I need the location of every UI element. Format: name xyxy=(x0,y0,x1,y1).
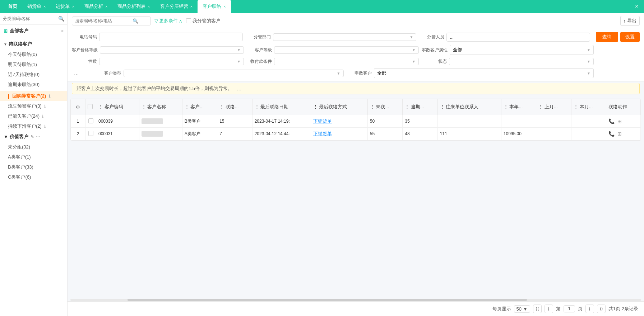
gender-select[interactable]: ▼ xyxy=(99,58,244,65)
row-checkbox[interactable] xyxy=(88,118,93,123)
table-row: 2 000031 A类客户 7 2023-04-12 14:44: 下销货单 5… xyxy=(71,128,641,140)
cell-check[interactable] xyxy=(85,128,96,140)
nav-product-analysis-list[interactable]: 商品分析列表 × xyxy=(112,0,155,13)
my-customer-checkbox[interactable]: 我分管的客户 xyxy=(186,18,221,24)
query-button[interactable]: 查询 xyxy=(596,32,618,42)
horizontal-scrollbar[interactable] xyxy=(68,298,644,301)
col-header-grade[interactable]: ⋮ 客户... xyxy=(182,99,217,115)
phone-input[interactable] xyxy=(99,33,243,41)
more-action-icon[interactable]: ⊞ xyxy=(617,131,622,137)
retail-customer-select[interactable]: 全部 ▼ xyxy=(374,68,594,78)
customer-grade-select[interactable]: ▼ xyxy=(274,46,419,54)
col-header-not-contact[interactable]: ⋮ 未联... xyxy=(367,99,403,115)
scrollbar-thumb[interactable] xyxy=(128,299,527,301)
more-action-icon[interactable]: ⊞ xyxy=(617,118,622,124)
info-icon: ℹ xyxy=(42,114,43,118)
page-number-input[interactable] xyxy=(564,305,575,312)
tooltip-more-dots[interactable]: ... xyxy=(235,85,244,92)
sidebar-item-today[interactable]: 今天待联络(0) xyxy=(0,49,67,60)
sidebar-item-overdue[interactable]: 逾期未联络(30) xyxy=(0,80,67,90)
nav-close-icon[interactable]: × xyxy=(190,4,193,9)
col-header-code[interactable]: ⋮ 客户编码 xyxy=(96,99,139,115)
settings-gear-icon[interactable]: ⚙ xyxy=(73,102,83,112)
customer-type-select[interactable]: ▼ xyxy=(124,70,344,77)
cell-contact: 7 xyxy=(217,128,252,140)
status-select[interactable]: ▼ xyxy=(449,58,594,65)
phone-action-icon[interactable]: 📞 xyxy=(608,131,615,137)
close-all-button[interactable]: × xyxy=(632,3,641,10)
sidebar-collapse-button[interactable]: « xyxy=(61,28,64,33)
payment-select[interactable]: ▼ xyxy=(274,58,419,65)
price-grade-select[interactable]: ▼ xyxy=(100,46,244,54)
sidebar-item-ungroup[interactable]: 未分组(32) xyxy=(0,142,67,152)
sidebar-item-repurchase-anomaly[interactable]: 回购异常客户(2) ℹ xyxy=(0,91,67,101)
export-button[interactable]: ↑ 导出 xyxy=(620,16,640,26)
more-dots-icon[interactable]: ... xyxy=(72,70,81,76)
edit-icon[interactable]: ✎ xyxy=(31,135,34,139)
col-header-last-contact-date[interactable]: ⋮ 最后联络日期 xyxy=(252,99,311,115)
settings-button[interactable]: 设置 xyxy=(620,32,640,42)
sidebar-search-input[interactable] xyxy=(3,16,58,21)
nav-home[interactable]: 首页 xyxy=(3,0,22,13)
nav-close-icon[interactable]: × xyxy=(72,4,74,9)
manager-select[interactable]: ... xyxy=(446,33,590,42)
sidebar-item-declining[interactable]: 持续下滑客户(2) ℹ xyxy=(0,121,67,131)
sidebar-item-a-class[interactable]: A类客户(1) xyxy=(0,152,67,162)
select-all-checkbox[interactable] xyxy=(88,104,93,109)
prev-page-button[interactable]: ⟨ xyxy=(545,305,553,313)
row-checkbox[interactable] xyxy=(88,131,93,136)
sidebar-item-tomorrow[interactable]: 明天待联络(1) xyxy=(0,60,67,70)
filter-bar-right: ↑ 导出 xyxy=(620,16,640,26)
first-page-button[interactable]: ⟨⟨ xyxy=(533,305,542,313)
sidebar-item-churned[interactable]: 已流失客户(24) ℹ xyxy=(0,111,67,121)
nav-product-analysis[interactable]: 商品分析 × xyxy=(79,0,112,13)
col-header-history-contact[interactable]: ⋮ 往来单位联系人 xyxy=(437,99,501,115)
chevron-down-icon: ∧ xyxy=(179,18,182,24)
sidebar-item-churn-warning[interactable]: 流失预警客户(3) ℹ xyxy=(0,101,67,111)
search-input[interactable] xyxy=(75,18,133,23)
col-label: ⋮ 联络... xyxy=(219,104,238,109)
col-header-contact[interactable]: ⋮ 联络... xyxy=(217,99,252,115)
col-header-last-contact-method[interactable]: ⋮ 最后联络方式 xyxy=(311,99,367,115)
next-page-button[interactable]: ⟩ xyxy=(585,305,594,313)
sidebar-item-7days[interactable]: 近7天待联络(0) xyxy=(0,70,67,80)
nav-customer-segmentation[interactable]: 客户分层经营 × xyxy=(155,0,198,13)
search-button-icon[interactable]: 🔍 xyxy=(133,18,138,24)
more-icon[interactable]: ⋯ xyxy=(36,135,40,139)
col-header-overdue[interactable]: ⋮ 逾期... xyxy=(403,99,438,115)
col-header-last-month[interactable]: ⋮ 上月... xyxy=(536,99,571,115)
nav-customer-contact[interactable]: 客户联络 × xyxy=(198,0,231,13)
sidebar-pending-title[interactable]: ▼ 待联络客户 xyxy=(0,39,67,49)
top-nav: 首页 销货单 × 进货单 × 商品分析 × 商品分析列表 × 客户分层经营 × … xyxy=(0,0,644,13)
contact-method-link[interactable]: 下销货单 xyxy=(313,131,332,136)
group-title-label: 价值客户 xyxy=(10,133,28,140)
more-conditions-button[interactable]: ▽ 更多条件 ∧ xyxy=(154,18,182,24)
nav-close-icon[interactable]: × xyxy=(223,4,226,9)
last-page-button[interactable]: ⟩⟩ xyxy=(597,305,606,313)
sidebar-search-icon[interactable]: 🔍 xyxy=(58,16,64,22)
contact-method-link[interactable]: 下销货单 xyxy=(313,118,332,124)
sidebar-item-c-class[interactable]: C类客户(6) xyxy=(0,172,67,182)
blurred-customer-name xyxy=(142,118,163,124)
nav-close-icon[interactable]: × xyxy=(148,4,150,9)
chevron-down-icon: ▼ xyxy=(523,306,528,312)
nav-purchase-order[interactable]: 进货单 × xyxy=(51,0,79,13)
cell-code: 000039 xyxy=(96,115,139,128)
nav-close-icon[interactable]: × xyxy=(43,4,46,9)
nav-close-icon[interactable]: × xyxy=(105,4,107,9)
cell-check[interactable] xyxy=(85,115,96,128)
phone-action-icon[interactable]: 📞 xyxy=(608,118,615,124)
col-header-name[interactable]: ⋮ 客户名称 xyxy=(139,99,182,115)
col-header-this-month[interactable]: ⋮ 本月... xyxy=(571,99,606,115)
dept-select[interactable]: ▼ xyxy=(273,33,417,41)
sidebar-value-customer-group[interactable]: ▼ 价值客户 ✎ ⋯ xyxy=(0,131,67,142)
per-page-select[interactable]: 50 ▼ xyxy=(514,305,530,313)
nav-sales-order[interactable]: 销货单 × xyxy=(22,0,51,13)
col-header-this-year[interactable]: ⋮ 本年... xyxy=(501,99,536,115)
col-header-check[interactable] xyxy=(85,99,96,115)
sidebar-item-b-class[interactable]: B类客户(33) xyxy=(0,162,67,172)
scrollbar-track[interactable] xyxy=(70,299,641,301)
checkbox-icon[interactable] xyxy=(186,18,191,23)
retail-attr-select[interactable]: 全部 ▼ xyxy=(450,45,594,55)
filter-row-4: ... 客户类型 ▼ 零散客户 全部 ▼ xyxy=(72,68,640,78)
